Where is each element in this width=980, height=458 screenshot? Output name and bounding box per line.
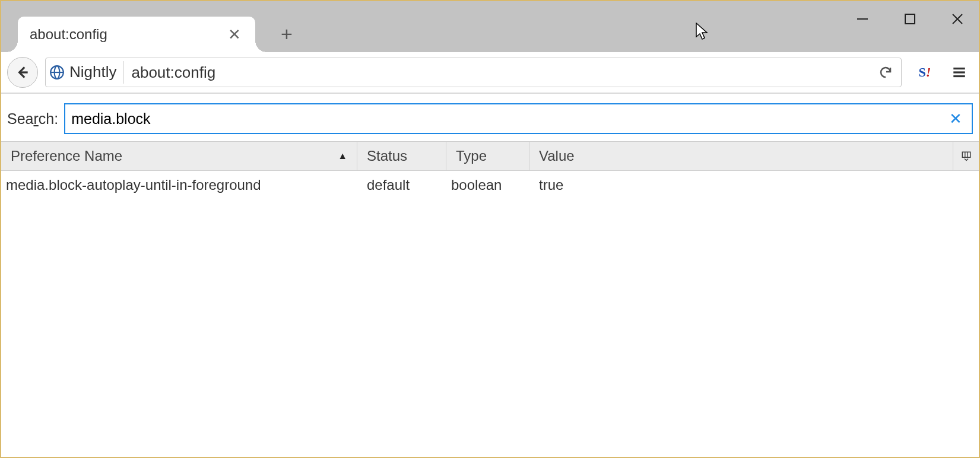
search-label: Search: — [7, 110, 58, 128]
column-picker-icon — [961, 151, 972, 161]
app-menu-button[interactable] — [946, 59, 973, 86]
url-text[interactable]: about:config — [124, 63, 874, 82]
svg-rect-1 — [905, 14, 915, 24]
column-status[interactable]: Status — [357, 142, 446, 170]
search-box: ✕ — [64, 103, 973, 134]
titlebar: about:config ✕ + — [1, 1, 979, 52]
minimize-button[interactable] — [851, 7, 874, 31]
pref-name-cell: media.block-autoplay-until-in-foreground — [1, 177, 357, 193]
prefs-table-header: Preference Name ▲ Status Type Value — [1, 141, 979, 171]
reload-button[interactable] — [874, 61, 897, 84]
column-label: Value — [539, 148, 575, 164]
pref-status-cell: default — [357, 177, 446, 193]
clear-search-icon[interactable]: ✕ — [946, 107, 966, 131]
new-tab-button[interactable]: + — [272, 19, 302, 49]
close-window-button[interactable] — [946, 7, 969, 31]
maximize-button[interactable] — [898, 7, 922, 31]
site-identity[interactable]: Nightly — [49, 61, 124, 84]
pref-type-cell: boolean — [446, 177, 529, 193]
svg-rect-11 — [962, 152, 971, 157]
column-type[interactable]: Type — [446, 142, 529, 170]
extension-button[interactable]: S! — [911, 59, 938, 86]
window-controls — [851, 7, 969, 31]
extension-icon: S! — [919, 65, 931, 80]
close-tab-icon[interactable]: ✕ — [226, 23, 243, 46]
url-bar[interactable]: Nightly about:config — [45, 58, 902, 87]
sort-asc-icon: ▲ — [338, 151, 347, 161]
column-label: Preference Name — [11, 148, 122, 164]
identity-label: Nightly — [69, 63, 116, 81]
back-button[interactable] — [7, 57, 38, 88]
search-input[interactable] — [71, 110, 946, 128]
navigation-toolbar: Nightly about:config S! — [1, 52, 979, 94]
column-value[interactable]: Value — [529, 142, 953, 170]
column-pref-name[interactable]: Preference Name ▲ — [1, 142, 357, 170]
globe-icon — [49, 65, 65, 80]
tab-title: about:config — [30, 26, 107, 43]
hamburger-icon — [952, 65, 967, 80]
config-search-row: Search: ✕ — [1, 94, 979, 141]
browser-tab[interactable]: about:config ✕ — [18, 17, 255, 52]
prefs-table-body: media.block-autoplay-until-in-foreground… — [1, 171, 979, 457]
column-label: Status — [367, 148, 407, 164]
pref-value-cell: true — [529, 177, 979, 193]
column-picker-button[interactable] — [953, 142, 979, 170]
column-label: Type — [456, 148, 487, 164]
table-row[interactable]: media.block-autoplay-until-in-foreground… — [1, 171, 979, 199]
